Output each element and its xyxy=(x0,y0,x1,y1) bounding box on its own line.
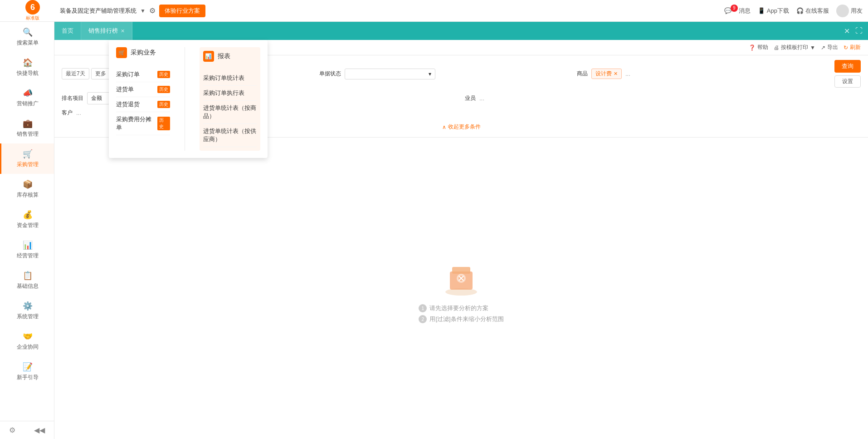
tab-bar-right: ✕ ⛶ xyxy=(842,25,868,37)
menu-item-receipt-by-goods[interactable]: 进货单统计表（按商品） xyxy=(203,101,257,124)
sidebar-settings-button[interactable]: ⚙ xyxy=(9,426,15,434)
inventory-icon: 📦 xyxy=(23,179,33,189)
report-section-title: 报表 xyxy=(218,52,230,60)
purchase-order-history-badge: 历史 xyxy=(157,71,170,78)
header-center: 装备及固定资产辅助管理系统 ▼ ⚙ 体验行业方案 xyxy=(60,5,724,17)
order-status-label: 单据状态 xyxy=(319,70,341,78)
system-gear-button[interactable]: ⚙ xyxy=(149,6,156,15)
purchase-section-title: 采购业务 xyxy=(131,49,156,57)
empty-state: 1 请先选择要分析的方案 2 用[过滤]条件来缩小分析范围 xyxy=(54,138,868,439)
rank-item-value: 金额 xyxy=(91,94,102,102)
sidebar-item-inventory[interactable]: 📦 库存核算 xyxy=(0,174,54,204)
sidebar-item-marketing[interactable]: 📣 营销推广 xyxy=(0,83,54,113)
sidebar-item-purchase[interactable]: 🛒 采购管理 xyxy=(0,143,54,174)
guide-icon: 📝 xyxy=(23,362,33,372)
salesperson-group: 业员 ... xyxy=(465,94,861,102)
tab-sales-rank[interactable]: 销售排行榜 ✕ xyxy=(81,22,132,40)
svg-rect-2 xyxy=(452,267,470,274)
tab-home-label: 首页 xyxy=(62,27,73,35)
sidebar-label-system: 系统管理 xyxy=(17,313,39,321)
date-more-button[interactable]: 更多 xyxy=(91,68,110,79)
help-button[interactable]: ❓ 帮助 xyxy=(749,44,768,51)
sidebar-item-search[interactable]: 🔍 搜索菜单 xyxy=(0,22,54,52)
empty-tips: 1 请先选择要分析的方案 2 用[过滤]条件来缩小分析范围 xyxy=(419,304,503,323)
refresh-icon: ↻ xyxy=(844,44,848,51)
operation-icon: 📊 xyxy=(23,240,33,250)
menu-item-goods-return[interactable]: 进货退货 历史 xyxy=(116,97,170,112)
menu-item-goods-return-label: 进货退货 xyxy=(116,100,140,109)
system-dropdown-button[interactable]: ▼ xyxy=(140,8,146,14)
sidebar: 🔍 搜索菜单 🏠 快捷导航 📣 营销推广 💼 销售管理 🛒 采购管理 📦 库存核… xyxy=(0,22,54,439)
query-button[interactable]: 查询 xyxy=(834,60,861,73)
goods-tag-text: 设计费 xyxy=(595,70,612,78)
salesperson-ellipsis[interactable]: ... xyxy=(479,95,484,102)
sidebar-label-sales: 销售管理 xyxy=(17,130,39,138)
empty-tip-1: 1 请先选择要分析的方案 xyxy=(419,304,503,312)
order-status-input[interactable]: ▾ xyxy=(345,69,435,79)
system-title: 装备及固定资产辅助管理系统 xyxy=(60,7,137,15)
menu-item-goods-receipt[interactable]: 进货单 历史 xyxy=(116,82,170,97)
enterprise-icon: 🤝 xyxy=(23,331,33,341)
menu-item-goods-receipt-label: 进货单 xyxy=(116,85,134,94)
menu-column-report: 📊 报表 采购订单统计表 采购订单执行表 进货单统计表（按商品） 进货单统计表（… xyxy=(200,47,261,151)
message-label: 消息 xyxy=(739,7,751,15)
goods-return-history-badge: 历史 xyxy=(157,101,170,108)
tab-close-icon[interactable]: ✕ xyxy=(121,28,125,34)
customer-label: 客户 xyxy=(62,109,73,117)
print-template-button[interactable]: 🖨 按模板打印 ▼ xyxy=(774,44,815,51)
sidebar-label-basic: 基础信息 xyxy=(17,282,39,290)
header-right: 💬 9 消息 📱 App下载 🎧 在线客服 用友 xyxy=(724,5,863,17)
sidebar-item-operation[interactable]: 📊 经营管理 xyxy=(0,235,54,265)
menu-item-purchase-order-label: 采购订单 xyxy=(116,70,140,79)
tab-fullscreen-button[interactable]: ⛶ xyxy=(853,25,864,37)
print-dropdown-icon: ▼ xyxy=(810,44,815,51)
settings-button[interactable]: 设置 xyxy=(834,75,861,88)
purchase-dropdown-menu: 🛒 采购业务 采购订单 历史 进货单 历史 进货退货 历史 xyxy=(109,40,268,158)
industry-button[interactable]: 体验行业方案 xyxy=(159,5,205,17)
menu-item-receipt-by-supplier[interactable]: 进货单统计表（按供应商） xyxy=(203,124,257,147)
menu-item-receipt-by-goods-label: 进货单统计表（按商品） xyxy=(203,104,257,120)
top-header: 6 标准版 装备及固定资产辅助管理系统 ▼ ⚙ 体验行业方案 💬 9 消息 📱 … xyxy=(0,0,868,22)
sidebar-item-quick[interactable]: 🏠 快捷导航 xyxy=(0,52,54,83)
sidebar-item-basic[interactable]: 📋 基础信息 xyxy=(0,265,54,296)
sidebar-item-enterprise[interactable]: 🤝 企业协同 xyxy=(0,326,54,356)
menu-item-receipt-by-supplier-label: 进货单统计表（按供应商） xyxy=(203,127,257,143)
menu-item-po-stats-label: 采购订单统计表 xyxy=(203,74,244,82)
empty-tip-1-text: 请先选择要分析的方案 xyxy=(429,304,488,312)
refresh-button[interactable]: ↻ 刷新 xyxy=(844,44,861,51)
empty-illustration xyxy=(439,253,484,299)
goods-ellipsis[interactable]: ... xyxy=(625,70,630,77)
export-icon: ↗ xyxy=(821,44,825,51)
sidebar-item-finance[interactable]: 💰 资金管理 xyxy=(0,204,54,235)
user-menu-button[interactable]: 用友 xyxy=(836,5,863,17)
collapse-up-icon: ∧ xyxy=(442,124,446,130)
menu-item-expense-split[interactable]: 采购费用分摊单 历史 xyxy=(116,112,170,135)
order-status-group: 单据状态 ▾ xyxy=(319,69,570,79)
home-icon: 🏠 xyxy=(23,58,33,68)
sidebar-item-sales[interactable]: 💼 销售管理 xyxy=(0,113,54,143)
online-service-button[interactable]: 🎧 在线客服 xyxy=(796,7,829,15)
goods-tag-remove-button[interactable]: ✕ xyxy=(614,71,618,77)
date-recent7-button[interactable]: 最近7天 xyxy=(62,68,89,79)
export-button[interactable]: ↗ 导出 xyxy=(821,44,838,51)
menu-columns: 🛒 采购业务 采购订单 历史 进货单 历史 进货退货 历史 xyxy=(116,47,260,151)
tab-sales-rank-label: 销售排行榜 xyxy=(88,27,118,35)
tab-home[interactable]: 首页 xyxy=(54,22,81,40)
logo-area: 6 标准版 xyxy=(5,0,60,21)
tab-close-window-button[interactable]: ✕ xyxy=(842,25,852,37)
menu-item-po-exec[interactable]: 采购订单执行表 xyxy=(203,86,257,101)
sidebar-item-system[interactable]: ⚙️ 系统管理 xyxy=(0,296,54,326)
sidebar-label-purchase: 采购管理 xyxy=(17,161,39,168)
sidebar-collapse-button[interactable]: ◀◀ xyxy=(34,426,45,434)
menu-item-purchase-order[interactable]: 采购订单 历史 xyxy=(116,67,170,82)
sidebar-item-guide[interactable]: 📝 新手引导 xyxy=(0,356,54,387)
menu-divider xyxy=(185,47,185,151)
sidebar-label-operation: 经营管理 xyxy=(17,252,39,260)
app-download-button[interactable]: 📱 App下载 xyxy=(758,7,789,15)
print-icon: 🖨 xyxy=(774,44,779,51)
purchase-section-icon: 🛒 xyxy=(116,47,127,58)
system-icon: ⚙️ xyxy=(23,301,33,311)
customer-ellipsis[interactable]: ... xyxy=(76,109,81,116)
menu-item-po-stats[interactable]: 采购订单统计表 xyxy=(203,71,257,86)
message-button[interactable]: 💬 9 消息 xyxy=(724,7,751,15)
